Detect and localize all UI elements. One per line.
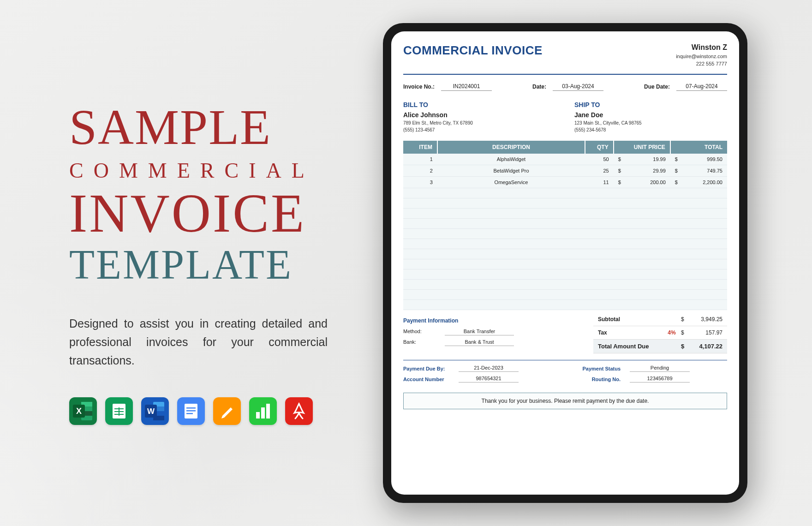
account-number-label: Account Number	[403, 377, 459, 382]
hero-heading: SAMPLE COMMERCIAL INVOICE TEMPLATE	[69, 101, 360, 287]
payment-bank-label: Bank:	[403, 339, 445, 346]
svg-rect-11	[119, 407, 119, 416]
payment-status-label: Payment Status	[574, 366, 621, 371]
items-table: ITEM DESCRIPTION QTY UNIT PRICE TOTAL 1 …	[403, 141, 727, 310]
bill-to-heading: BILL TO	[403, 101, 556, 108]
table-row	[403, 188, 727, 198]
word-icon[interactable]: W	[141, 397, 169, 425]
due-date-value: 07-Aug-2024	[676, 82, 727, 91]
heading-line-3: INVOICE	[69, 185, 360, 242]
item-total: 749.75	[670, 165, 727, 177]
table-row	[403, 209, 727, 219]
table-row: 1 AlphaWidget 50 19.99 999.50	[403, 154, 727, 165]
due-date-label: Due Date:	[644, 84, 670, 90]
col-qty: QTY	[585, 141, 614, 154]
subtotal-label: Subtotal	[598, 316, 663, 323]
table-row	[403, 229, 727, 239]
item-price: 200.00	[614, 177, 670, 188]
table-row	[403, 300, 727, 310]
item-total: 999.50	[670, 154, 727, 165]
item-desc: BetaWidget Pro	[437, 165, 585, 177]
payment-due-by-value: 21-Dec-2023	[459, 365, 519, 372]
ship-to-block: SHIP TO Jane Doe 123 Main St., Cityville…	[574, 101, 727, 134]
table-row	[403, 269, 727, 280]
company-phone: 222 555 7777	[676, 61, 727, 66]
parties-row: BILL TO Alice Johnson 789 Elm St., Metro…	[403, 101, 727, 134]
routing-no-value: 123456789	[630, 376, 690, 383]
svg-rect-29	[285, 397, 313, 425]
totals-block: Subtotal 3,949.25 Tax 4% 157.97 Total Am…	[593, 313, 727, 353]
divider	[403, 360, 727, 360]
sheets-icon[interactable]	[105, 397, 133, 425]
date-label: Date:	[532, 84, 546, 90]
description-text: Designed to assist you in creating detai…	[69, 314, 328, 370]
grand-total-value: 4,107.22	[681, 343, 722, 350]
payment-info-block: Payment Information Method: Bank Transfe…	[403, 313, 593, 353]
table-row	[403, 219, 727, 229]
payment-status-value: Pending	[630, 365, 690, 372]
svg-rect-23	[186, 413, 193, 414]
pages-icon[interactable]	[213, 397, 241, 425]
svg-text:W: W	[147, 407, 155, 416]
numbers-icon[interactable]	[249, 397, 277, 425]
table-row	[403, 280, 727, 290]
table-row	[403, 259, 727, 269]
tablet-frame: COMMERCIAL INVOICE Winston Z inquire@win…	[383, 23, 747, 503]
item-n: 3	[403, 177, 437, 188]
item-n: 1	[403, 154, 437, 165]
svg-rect-28	[266, 404, 270, 418]
heading-line-1: SAMPLE	[69, 101, 360, 153]
item-qty: 25	[585, 165, 614, 177]
subtotal-value: 3,949.25	[681, 316, 722, 323]
company-email: inquire@winstonz.com	[676, 54, 727, 59]
payment-due-by-label: Payment Due By:	[403, 366, 459, 371]
payment-info-heading: Payment Information	[403, 317, 593, 324]
invoice-document: COMMERCIAL INVOICE Winston Z inquire@win…	[391, 31, 739, 495]
totals-section: Payment Information Method: Bank Transfe…	[403, 313, 727, 353]
invoice-header: COMMERCIAL INVOICE Winston Z inquire@win…	[403, 43, 727, 71]
docs-icon[interactable]	[177, 397, 205, 425]
col-description: DESCRIPTION	[437, 141, 585, 154]
table-row: 3 OmegaService 11 200.00 2,200.00	[403, 177, 727, 188]
payment-method-value: Bank Transfer	[445, 329, 514, 335]
grand-total-label: Total Amount Due	[598, 343, 663, 350]
pdf-icon[interactable]	[285, 397, 313, 425]
svg-rect-26	[256, 412, 260, 418]
format-icons-row: X W	[69, 397, 360, 425]
col-unit-price: UNIT PRICE	[614, 141, 670, 154]
table-row	[403, 198, 727, 209]
ship-to-address: 123 Main St., Cityville, CA 98765	[574, 120, 727, 126]
divider	[403, 74, 727, 75]
ship-to-name: Jane Doe	[574, 111, 727, 119]
ship-to-heading: SHIP TO	[574, 101, 727, 108]
table-row: 2 BetaWidget Pro 25 29.99 749.75	[403, 165, 727, 177]
table-row	[403, 239, 727, 249]
item-price: 19.99	[614, 154, 670, 165]
svg-rect-21	[186, 407, 196, 409]
item-price: 29.99	[614, 165, 670, 177]
thank-you-message: Thank you for your business. Please remi…	[403, 393, 727, 409]
routing-no-label: Routing No.	[574, 377, 621, 382]
invoice-meta-row: Invoice No.: IN2024001 Date: 03-Aug-2024…	[403, 79, 727, 97]
date-value: 03-Aug-2024	[553, 82, 603, 91]
item-qty: 50	[585, 154, 614, 165]
left-panel: SAMPLE COMMERCIAL INVOICE TEMPLATE Desig…	[0, 101, 360, 425]
company-name: Winston Z	[676, 43, 727, 52]
item-desc: AlphaWidget	[437, 154, 585, 165]
account-number-value: 987654321	[459, 376, 519, 383]
excel-icon[interactable]: X	[69, 397, 97, 425]
bill-to-phone: (555) 123-4567	[403, 127, 556, 132]
svg-rect-27	[261, 407, 265, 418]
item-n: 2	[403, 165, 437, 177]
tax-value: 157.97	[681, 329, 722, 336]
svg-rect-22	[186, 410, 196, 412]
bill-to-name: Alice Johnson	[403, 111, 556, 119]
invoice-title: COMMERCIAL INVOICE	[403, 43, 543, 58]
item-qty: 11	[585, 177, 614, 188]
heading-line-2: COMMERCIAL	[69, 160, 360, 182]
tax-label: Tax	[598, 329, 663, 336]
payment-method-label: Method:	[403, 329, 445, 335]
table-row	[403, 249, 727, 259]
invoice-no-value: IN2024001	[441, 82, 492, 91]
invoice-no-label: Invoice No.:	[403, 84, 435, 90]
